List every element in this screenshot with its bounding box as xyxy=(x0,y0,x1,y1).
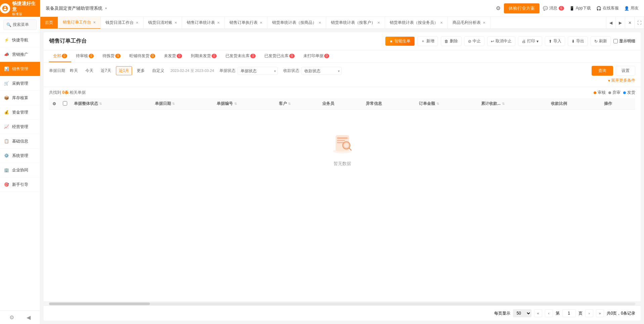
sidebar-item-inventory[interactable]: 📦 库存核算 xyxy=(0,91,40,105)
page-last-btn[interactable]: » xyxy=(596,309,604,317)
page-size-select[interactable]: 50 100 200 xyxy=(513,309,531,317)
sidebar-item-quicknav[interactable]: ⚡ 快捷导航 xyxy=(0,33,40,47)
sub-tab-not-printed[interactable]: 未打印单据0 xyxy=(299,50,334,62)
sub-tab-pending-inspect[interactable]: 待拣货0 xyxy=(98,50,125,62)
review-batch-btn[interactable]: 审核 xyxy=(594,90,606,95)
user-btn[interactable]: 👤 用友 xyxy=(624,5,639,11)
col-settings[interactable]: ⚙ xyxy=(49,98,59,110)
tab-sales-stat-close[interactable]: ✕ xyxy=(217,21,220,25)
unreview-batch-btn[interactable]: 弃审 xyxy=(608,90,620,95)
col-customer-sort[interactable]: ⇅ xyxy=(288,102,291,106)
tab-sales-stat[interactable]: 销售订单统计表 ✕ xyxy=(182,17,225,29)
tab-sales-order-close[interactable]: ✕ xyxy=(93,21,96,24)
exp-btn[interactable]: 体验行业方案 xyxy=(504,3,540,13)
sidebar-item-finance[interactable]: 💰 资金管理 xyxy=(0,105,40,120)
col-number-sort[interactable]: ⇅ xyxy=(234,102,237,106)
sub-tab-not-shipped[interactable]: 未发货0 xyxy=(160,50,186,62)
sidebar-item-sales[interactable]: 📊 销售管理 xyxy=(0,62,40,76)
tab-sales-exec[interactable]: 销售订单执行表 ✕ xyxy=(225,17,267,29)
filter-area: 单据日期 昨天 今天 近7天 近1月 更多 自定义 2023-02-24 至 2… xyxy=(44,63,641,87)
tab-sales-exec-close[interactable]: ✕ xyxy=(260,21,262,25)
sub-tab-pending-review[interactable]: 待审核0 xyxy=(72,50,98,62)
sidebar-item-system[interactable]: ⚙️ 系统管理 xyxy=(0,149,40,163)
sidebar-item-enterprise[interactable]: 🏢 企业协同 xyxy=(0,163,40,177)
status-select[interactable]: 单据状态 xyxy=(238,67,278,75)
stop-button[interactable]: ⊘ 中止 xyxy=(464,36,484,46)
tab-sales-stat-product-close[interactable]: ✕ xyxy=(318,21,321,25)
page-first-btn[interactable]: « xyxy=(534,309,542,317)
page-prev-btn[interactable]: ‹ xyxy=(545,309,553,317)
export-button[interactable]: ⬇ 导出 xyxy=(568,36,588,46)
print-button[interactable]: 🖨 打印 ▾ xyxy=(518,36,542,46)
topbar-gear-icon[interactable]: ⚙ xyxy=(496,5,501,11)
sub-tab-wangpu[interactable]: 旺铺待发货0 xyxy=(125,50,160,62)
col-collected-sort[interactable]: ⇅ xyxy=(502,102,505,106)
query-button[interactable]: 查询 xyxy=(592,66,613,76)
tab-gross-margin[interactable]: 商品毛利分析表 ✕ xyxy=(448,17,490,29)
date-7days-btn[interactable]: 近7天 xyxy=(98,67,114,75)
sidebar-item-purchase[interactable]: 🛒 采购管理 xyxy=(0,76,40,91)
cancel-stop-button[interactable]: ↩ 取消中止 xyxy=(487,36,515,46)
smart-gen-button[interactable]: ★ 智能生单 xyxy=(385,37,415,46)
base-icon: 📋 xyxy=(3,138,9,144)
online-service-btn[interactable]: 🎧 在线客服 xyxy=(596,5,619,11)
tab-home[interactable]: 首页 xyxy=(40,17,58,29)
payment-select[interactable]: 收款状态 xyxy=(301,67,342,75)
col-date-sort[interactable]: ⇅ xyxy=(172,102,175,106)
tabs-prev-btn[interactable]: ◀ xyxy=(606,17,616,29)
message-btn[interactable]: 💬 消息 6 xyxy=(543,5,564,11)
page-input[interactable] xyxy=(562,309,576,317)
page-next-btn[interactable]: › xyxy=(585,309,593,317)
logo-sub-text: 标准版 xyxy=(12,12,40,16)
tab-cash-reconcile-close[interactable]: ✕ xyxy=(174,21,177,25)
tab-sales-order[interactable]: 销售订单工作台 ✕ xyxy=(58,17,101,29)
date-more-btn[interactable]: 更多 xyxy=(134,67,147,75)
col-status-sort[interactable]: ⇅ xyxy=(99,102,102,106)
tab-cash-reconcile[interactable]: 钱货日清对账 ✕ xyxy=(143,17,182,29)
tab-gross-margin-close[interactable]: ✕ xyxy=(483,21,485,25)
col-checkbox[interactable] xyxy=(59,98,71,110)
collapse-icon[interactable]: ◀ xyxy=(27,314,31,321)
page-header: 销售订单工作台 ★ 智能生单 ＋ 新增 🗑 删除 ⊘ xyxy=(44,32,641,50)
refresh-button[interactable]: ↻ 刷新 xyxy=(591,36,611,46)
set-button[interactable]: 设置 xyxy=(616,66,635,76)
sub-tab-shipped-out[interactable]: 已发货已出库0 xyxy=(260,50,299,62)
system-dropdown-icon[interactable]: ▾ xyxy=(105,6,107,10)
settings-bottom-icon[interactable]: ⚙ xyxy=(9,314,14,321)
tab-sales-stat-product[interactable]: 销货单统计表（按商品） ✕ xyxy=(267,17,326,29)
col-amount-sort[interactable]: ⇅ xyxy=(436,102,439,106)
date-yesterday-btn[interactable]: 昨天 xyxy=(67,67,81,75)
tab-cash-daily[interactable]: 钱货日清工作台 ✕ xyxy=(101,17,143,29)
date-today-btn[interactable]: 今天 xyxy=(83,67,96,75)
tab-cash-daily-close[interactable]: ✕ xyxy=(136,21,138,25)
ship-batch-btn[interactable]: 发货 xyxy=(623,90,635,95)
sub-tab-all[interactable]: 全部0 xyxy=(49,50,71,62)
tabs-fullscreen-btn[interactable]: ⛶ xyxy=(635,17,644,29)
horizontal-scrollbar[interactable] xyxy=(44,301,641,306)
sub-tab-shipped-not-in[interactable]: 已发货未出库0 xyxy=(221,50,260,62)
expand-filter-btn[interactable]: ▾ 展开更多条件 xyxy=(608,78,635,83)
select-all-checkbox[interactable] xyxy=(63,101,67,106)
add-button[interactable]: ＋ 新增 xyxy=(417,36,438,46)
scrollbar-thumb[interactable] xyxy=(49,302,150,305)
show-detail-checkbox[interactable]: 显示明细 xyxy=(613,38,635,44)
delete-button[interactable]: 🗑 删除 xyxy=(441,36,462,46)
tab-sales-stat-staff[interactable]: 销货单统计表（按业务员） ✕ xyxy=(385,17,448,29)
date-custom-btn[interactable]: 自定义 xyxy=(149,67,167,75)
tabs-next-btn[interactable]: ▶ xyxy=(616,17,625,29)
import-button[interactable]: ⬆ 导入 xyxy=(545,36,565,46)
search-menu-button[interactable]: 🔍 搜索菜单 xyxy=(3,19,37,30)
inventory-icon: 📦 xyxy=(3,95,9,101)
date-1month-btn[interactable]: 近1月 xyxy=(116,66,132,75)
app-download-btn[interactable]: 📱 App下载 xyxy=(569,5,591,11)
sub-tab-expired-not-shipped[interactable]: 到期未发货0 xyxy=(187,50,221,62)
tab-sales-stat-customer[interactable]: 销货单统计表（按客户） ✕ xyxy=(326,17,385,29)
tab-sales-stat-staff-close[interactable]: ✕ xyxy=(440,21,443,25)
tab-sales-stat-customer-close[interactable]: ✕ xyxy=(377,21,380,25)
sidebar-item-operations[interactable]: 📈 经营管理 xyxy=(0,120,40,134)
show-detail-input[interactable] xyxy=(613,39,618,43)
sidebar-item-marketing[interactable]: 📣 营销推广 xyxy=(0,47,40,62)
tabs-close-btn[interactable]: ✕ xyxy=(625,17,635,29)
sidebar-item-newbie[interactable]: 🎯 新手引导 xyxy=(0,177,40,192)
sidebar-item-base[interactable]: 📋 基础信息 xyxy=(0,134,40,149)
